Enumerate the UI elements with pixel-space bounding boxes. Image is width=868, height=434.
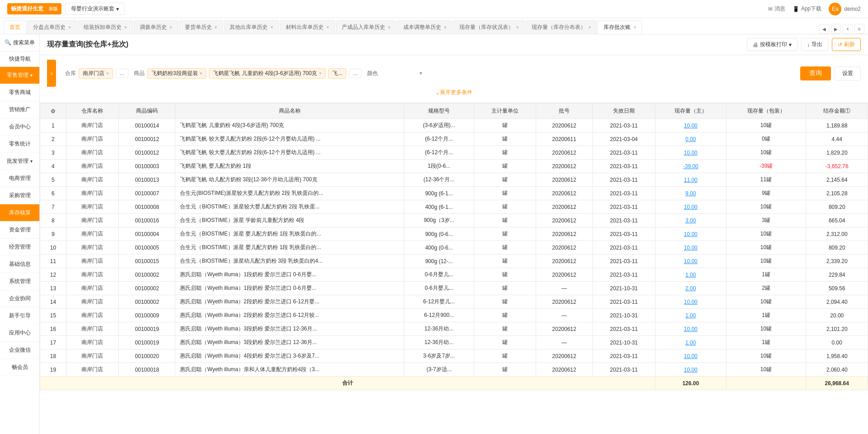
print-button[interactable]: 🖨 按模板打印 ▾ xyxy=(747,38,797,51)
sidebar-item-collab[interactable]: 企业协同 xyxy=(0,290,39,307)
app-download-button[interactable]: 📱 App下载 xyxy=(793,5,821,13)
sidebar-expand-button[interactable]: › xyxy=(47,60,56,87)
sidebar-item-system[interactable]: 系统管理 xyxy=(0,273,39,290)
tab-qitachuku[interactable]: 其他出库单历史 × xyxy=(224,20,279,34)
sidebar-item-apps[interactable]: 应用中心 xyxy=(0,325,39,342)
tab-close-icon[interactable]: × xyxy=(444,25,447,30)
cell-qty-main[interactable]: 10.00 xyxy=(655,295,726,309)
tab-close-icon[interactable]: × xyxy=(270,25,273,30)
cell-qty-main[interactable]: 10.00 xyxy=(655,146,726,160)
cell-qty-main[interactable]: 10.00 xyxy=(655,255,726,268)
tab-xianzai2[interactable]: 现存量（库存分布表） × xyxy=(526,20,597,34)
expand-label: 展开更多条件 xyxy=(440,89,472,96)
table-row: 11 南岸门店 00100015 合生元（BIOSTIME）派星幼儿配方奶粉 3… xyxy=(40,255,868,268)
cell-expire: 2021-10-31 xyxy=(593,309,656,322)
tab-xianzai1[interactable]: 现存量（库存状况表） × xyxy=(453,20,525,34)
cell-expire: 2021-03-11 xyxy=(593,295,656,309)
store-selector[interactable]: 母婴行业演示账套 ▾ xyxy=(65,3,125,15)
sidebar-item-ecommerce[interactable]: 电商管理 xyxy=(0,170,39,187)
cell-qty-main[interactable]: 1.00 xyxy=(655,309,726,322)
sidebar-quicknav[interactable]: 快捷导航 xyxy=(0,52,39,67)
cell-qty-main[interactable]: 10.00 xyxy=(655,227,726,241)
tab-cailiao[interactable]: 材料出库单历史 × xyxy=(280,20,335,34)
cell-qty-main[interactable]: 10.00 xyxy=(655,363,726,377)
sidebar-item-label: 电商管理 xyxy=(9,175,31,181)
table-row: 9 南岸门店 00100004 合生元（BIOSTIME）派星 婴儿配方奶粉 1… xyxy=(40,227,868,241)
tab-close-icon[interactable]: × xyxy=(516,25,519,30)
table-row: 12 南岸门店 00100002 惠氏启聪（Wyeth illuma）1段奶粉 … xyxy=(40,268,868,282)
cell-qty-main[interactable]: 1.00 xyxy=(655,268,726,282)
refresh-button[interactable]: ↺ 刷新 xyxy=(832,38,861,51)
sidebar-item-operation[interactable]: 经营管理 xyxy=(0,239,39,256)
cell-qty-main[interactable]: 11.00 xyxy=(655,173,726,187)
sidebar-item-retail-stats[interactable]: 零售统计 xyxy=(0,136,39,153)
logo-sub: 标版 xyxy=(49,6,58,12)
cell-qty-main[interactable]: 0.00 xyxy=(655,132,726,146)
tab-tiaopo[interactable]: 调拨单历史 × xyxy=(134,20,178,34)
cell-qty-main[interactable]: 9.00 xyxy=(655,187,726,200)
warehouse-tag-close[interactable]: × xyxy=(106,71,109,76)
expand-toggle[interactable]: ⌄ 展开更多条件 xyxy=(47,87,861,98)
tab-close-icon[interactable]: × xyxy=(124,25,127,30)
tab-chengpin[interactable]: 产成品入库单历史 × xyxy=(336,20,396,34)
tab-close-icon[interactable]: × xyxy=(589,25,591,30)
sidebar-item-basic[interactable]: 基础信息 xyxy=(0,256,39,273)
tab-menu-button[interactable]: ≡ xyxy=(854,24,864,34)
tab-kucun[interactable]: 库存批次账 × xyxy=(598,20,642,34)
tab-prev-button[interactable]: ◀ xyxy=(819,24,829,34)
sidebar-item-marketing[interactable]: 营销推广 xyxy=(0,101,39,118)
query-button[interactable]: 查询 xyxy=(800,66,831,80)
cell-qty-main[interactable]: 10.00 xyxy=(655,241,726,255)
col-settings[interactable]: ⚙ xyxy=(40,104,66,119)
goods-tag1-close[interactable]: × xyxy=(200,71,203,76)
settings-icon[interactable]: ⚙ xyxy=(51,108,56,114)
export-button[interactable]: ↓ 导出 xyxy=(801,38,828,51)
sidebar-item-members[interactable]: 会员中心 xyxy=(0,118,39,136)
tab-close-icon[interactable]: × xyxy=(215,25,217,30)
sidebar-item-inventory[interactable]: 库存核算 xyxy=(0,204,39,222)
tab-close-icon[interactable]: × xyxy=(633,25,636,30)
cell-qty-pack: -39罐 xyxy=(726,160,806,173)
sidebar-item-purchase[interactable]: 采购管理 xyxy=(0,187,39,204)
message-icon: ✉ xyxy=(768,6,773,12)
cell-qty-main[interactable]: 2.00 xyxy=(655,282,726,295)
cell-qty-main[interactable]: 10.00 xyxy=(655,322,726,336)
tab-next-button[interactable]: ▶ xyxy=(831,24,841,34)
cell-name: 惠氏启聪（Wyeth illuma）1段奶粉 爱尔兰进口 0-6月婴... xyxy=(175,268,404,282)
tab-close-icon[interactable]: × xyxy=(68,25,71,30)
sidebar-item-wholesale[interactable]: 批发管理 ▾ xyxy=(0,153,39,170)
cell-spec: 12-36月幼... xyxy=(404,336,474,349)
cell-unit: 罐 xyxy=(474,160,536,173)
tab-home[interactable]: 首页 xyxy=(4,20,26,34)
sidebar-item-finance[interactable]: 资金管理 xyxy=(0,222,39,239)
cell-qty-main[interactable]: 10.00 xyxy=(655,349,726,363)
tab-close-all-button[interactable]: × xyxy=(843,24,853,34)
sidebar-item-member-plus[interactable]: 畅会员 xyxy=(0,359,39,376)
warehouse-more-button[interactable]: ... xyxy=(116,69,128,78)
tab-fenpan[interactable]: 分盘点单历史 × xyxy=(27,20,77,34)
cell-qty-main[interactable]: 10.00 xyxy=(655,200,726,214)
tab-yaohuo[interactable]: 要货单历史 × xyxy=(179,20,223,34)
setting-button[interactable]: 设置 xyxy=(835,66,861,80)
sidebar-search[interactable]: 🔍 搜索菜单 xyxy=(0,34,39,52)
sidebar-item-wechat[interactable]: 企业微信 xyxy=(0,342,39,359)
sidebar-item-retail[interactable]: 零售管理 ▾ xyxy=(0,67,39,84)
cell-unit: 罐 xyxy=(474,119,536,132)
cell-qty-main[interactable]: 1.00 xyxy=(655,336,726,349)
tab-close-icon[interactable]: × xyxy=(326,25,329,30)
tab-close-icon[interactable]: × xyxy=(170,25,172,30)
cell-qty-main[interactable]: -39.00 xyxy=(655,160,726,173)
tab-zuche[interactable]: 组装拆卸单历史 × xyxy=(78,20,133,34)
goods-tag2-close[interactable]: × xyxy=(319,71,321,76)
cell-qty-main[interactable]: 3.00 xyxy=(655,214,726,227)
message-button[interactable]: ✉ 消息 xyxy=(768,5,785,13)
goods-more-button[interactable]: ... xyxy=(349,69,362,78)
cell-amount: 509.56 xyxy=(806,282,868,295)
cell-batch: 20200612 xyxy=(536,187,592,200)
sidebar-item-newbie[interactable]: 新手引导 xyxy=(0,307,39,325)
sidebar-item-ecommerce-retail[interactable]: 零售商城 xyxy=(0,84,39,101)
tab-chengben[interactable]: 成本调整单历史 × xyxy=(397,20,453,34)
cell-qty-main[interactable]: 10.00 xyxy=(655,119,726,132)
cell-expire: 2021-10-31 xyxy=(593,282,656,295)
tab-close-icon[interactable]: × xyxy=(388,25,391,30)
